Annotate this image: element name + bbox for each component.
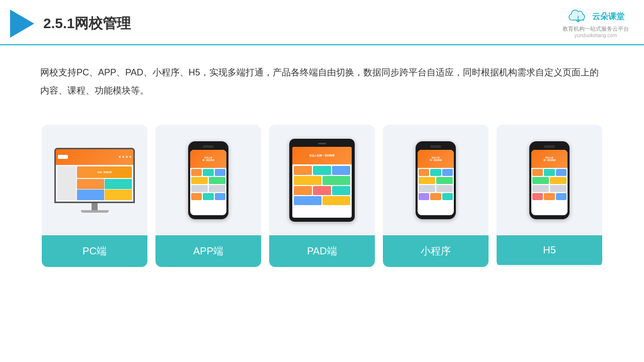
- logo-triangle-icon: [10, 10, 34, 38]
- brand-logo: 云朵课堂: [567, 9, 624, 24]
- card-miniprogram-label: 小程序: [383, 235, 489, 267]
- card-pad-image: 职达人的第一堂职商课: [269, 125, 375, 235]
- card-app: 职达人的第一堂职商课: [155, 125, 261, 267]
- card-app-label: APP端: [155, 235, 261, 267]
- card-h5: 职达人的第一堂职商课: [497, 125, 602, 267]
- phone-device-mock-mini: 职达人的第一堂职商课: [416, 141, 456, 219]
- card-miniprogram: 职达人的第一堂职商课: [383, 125, 489, 267]
- phone-device-mock-app: 职达人的第一堂职商课: [188, 141, 228, 219]
- card-h5-image: 职达人的第一堂职商课: [497, 125, 602, 235]
- pc-device-mock: 职场一堂精品课: [54, 148, 135, 213]
- card-pc-image: 职场一堂精品课: [42, 125, 147, 235]
- card-h5-label: H5: [497, 235, 602, 265]
- card-miniprogram-image: 职达人的第一堂职商课: [383, 125, 489, 235]
- card-app-image: 职达人的第一堂职商课: [155, 125, 261, 235]
- brand-name: 云朵课堂: [592, 12, 624, 22]
- brand-tagline: 教育机构一站式服务云平台 yunduoketang.com: [562, 25, 629, 38]
- phone-device-mock-h5: 职达人的第一堂职商课: [529, 141, 570, 219]
- page-title: 2.5.1网校管理: [43, 14, 131, 33]
- card-pc-label: PC端: [42, 235, 147, 267]
- header-left: 2.5.1网校管理: [10, 10, 131, 38]
- phone-body-app: 职达人的第一堂职商课: [188, 141, 228, 219]
- description-text: 网校支持PC、APP、PAD、小程序、H5，实现多端打通，产品各终端自由切换，数…: [0, 45, 644, 110]
- tablet-body: 职达人的第一堂职商课: [289, 139, 355, 222]
- card-pad: 职达人的第一堂职商课: [269, 125, 375, 267]
- pc-screen: 职场一堂精品课: [54, 148, 135, 203]
- phone-body-h5: 职达人的第一堂职商课: [529, 141, 570, 219]
- brand-url: yunduoketang.com: [562, 33, 629, 38]
- tablet-device-mock: 职达人的第一堂职商课: [289, 139, 355, 222]
- cloud-icon: [567, 9, 589, 24]
- card-pad-label: PAD端: [269, 235, 375, 267]
- card-pc: 职场一堂精品课: [42, 125, 147, 267]
- header: 2.5.1网校管理 云朵课堂 教育机构一站式服务云平台 yunduoketang…: [0, 0, 644, 45]
- header-right: 云朵课堂 教育机构一站式服务云平台 yunduoketang.com: [562, 9, 629, 38]
- platform-cards: 职场一堂精品课: [0, 110, 644, 282]
- phone-body-mini: 职达人的第一堂职商课: [416, 141, 456, 219]
